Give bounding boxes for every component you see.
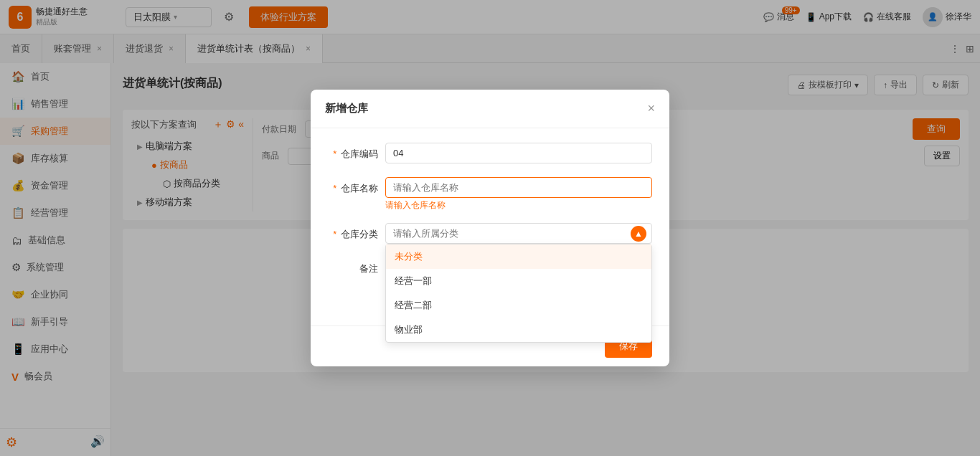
form-row-category: * 仓库分类 ▲ 未分类 经营一部 经营二部 物业部 [328, 223, 652, 246]
form-row-name: * 仓库名称 请输入仓库名称 [328, 177, 652, 212]
code-control-wrap [385, 143, 652, 163]
dialog-close-button[interactable]: × [647, 101, 655, 116]
dropdown-item-2[interactable]: 经营二部 [386, 293, 651, 318]
new-warehouse-dialog: 新增仓库 × * 仓库编码 * 仓库名称 [311, 90, 669, 366]
category-input-wrap: ▲ [385, 223, 652, 244]
name-error-msg: 请输入仓库名称 [385, 199, 652, 212]
dialog-header: 新增仓库 × [311, 90, 669, 128]
name-label: * 仓库名称 [328, 177, 385, 200]
code-input[interactable] [385, 143, 652, 163]
modal-overlay: 新增仓库 × * 仓库编码 * 仓库名称 [0, 0, 980, 456]
category-label: * 仓库分类 [328, 223, 385, 246]
name-input[interactable] [385, 177, 652, 198]
dropdown-item-1[interactable]: 经营一部 [386, 269, 651, 293]
category-control-wrap: ▲ 未分类 经营一部 经营二部 物业部 [385, 223, 652, 244]
dialog-body: * 仓库编码 * 仓库名称 请输入仓库名称 [311, 128, 669, 326]
note-label: 备注 [328, 257, 385, 280]
code-label: * 仓库编码 [328, 143, 385, 166]
category-input[interactable] [385, 223, 652, 244]
dropdown-item-3[interactable]: 物业部 [386, 318, 651, 342]
dropdown-item-0[interactable]: 未分类 [386, 244, 651, 269]
dialog-title: 新增仓库 [325, 102, 368, 115]
name-control-wrap: 请输入仓库名称 [385, 177, 652, 212]
category-dropdown: 未分类 经营一部 经营二部 物业部 [385, 244, 652, 343]
category-toggle-button[interactable]: ▲ [631, 226, 646, 242]
form-row-code: * 仓库编码 [328, 143, 652, 166]
